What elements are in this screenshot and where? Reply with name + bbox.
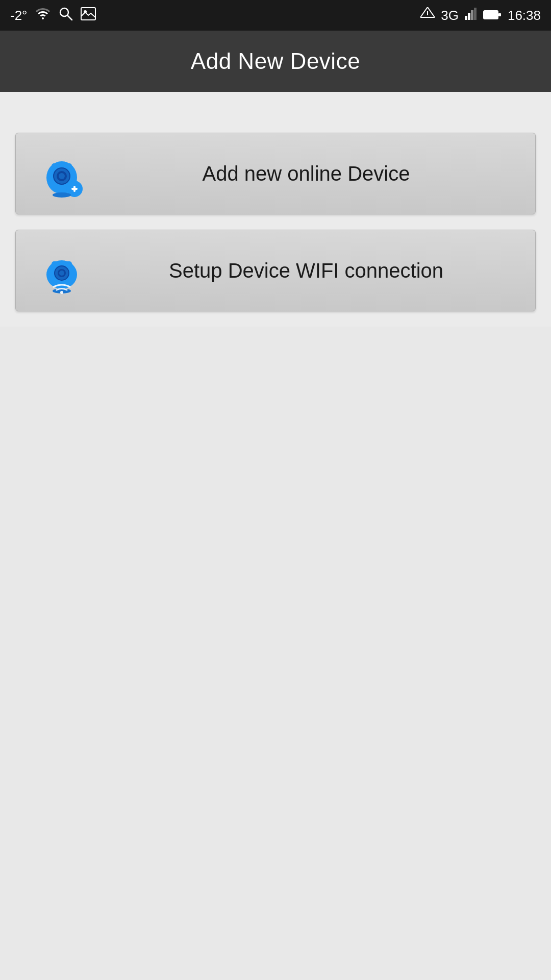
svg-rect-8 (471, 10, 473, 20)
camera-plus-icon (31, 143, 92, 204)
svg-rect-7 (468, 13, 470, 20)
svg-rect-19 (73, 186, 76, 192)
signal-bars-icon (465, 8, 477, 23)
status-bar: -2° (0, 0, 551, 31)
wifi-icon (35, 7, 51, 24)
setup-wifi-label: Setup Device WIFI connection (92, 259, 520, 282)
app-bar: Add New Device (0, 31, 551, 92)
main-content: Add new online Device (0, 92, 551, 327)
svg-rect-11 (498, 13, 501, 16)
search-icon (58, 6, 73, 25)
wifi-signal-icon (420, 7, 435, 24)
temperature-display: -2° (10, 8, 28, 23)
add-online-device-button[interactable]: Add new online Device (15, 133, 536, 214)
image-icon (81, 7, 96, 24)
setup-wifi-button[interactable]: Setup Device WIFI connection (15, 230, 536, 311)
network-type: 3G (441, 8, 459, 23)
svg-point-29 (60, 291, 63, 294)
time-display: 16:38 (508, 8, 541, 23)
status-right: 3G 16:38 (420, 7, 541, 24)
battery-icon (483, 8, 502, 23)
camera-wifi-icon (31, 240, 92, 301)
svg-rect-10 (484, 11, 498, 19)
svg-rect-9 (474, 8, 477, 20)
page-title: Add New Device (191, 48, 360, 74)
svg-point-26 (59, 271, 64, 276)
svg-point-16 (59, 173, 65, 179)
svg-line-1 (67, 15, 72, 20)
svg-point-21 (53, 192, 71, 198)
svg-rect-6 (465, 16, 467, 20)
status-left: -2° (10, 6, 96, 25)
add-online-device-label: Add new online Device (92, 162, 520, 185)
